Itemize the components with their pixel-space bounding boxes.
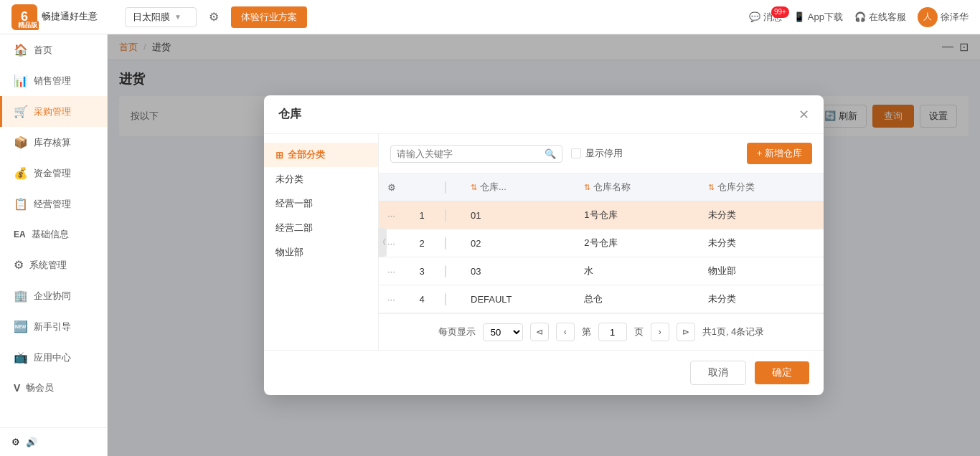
warehouse-modal: 仓库 ✕ 《 ⊞ 全部分类 未分类 — [264, 95, 824, 395]
th-settings: ⚙ — [379, 174, 407, 201]
search-input[interactable] — [397, 148, 545, 159]
confirm-button[interactable]: 确定 — [755, 361, 809, 384]
cell-num: 3 — [407, 257, 436, 285]
apps-icon: 📺 — [14, 351, 28, 364]
sidebar-item-purchase[interactable]: 🛒 采购管理 — [0, 96, 107, 127]
cell-name: 总仓 — [575, 285, 699, 313]
header-right: 💬 消息 99+ 📱 App下载 🎧 在线客服 人 徐泽华 — [749, 7, 969, 27]
sidebar-item-operations[interactable]: 📋 经营管理 — [0, 189, 107, 219]
sidebar-item-system[interactable]: ⚙ 系统管理 — [0, 250, 107, 280]
finance-icon: 💰 — [14, 166, 28, 180]
modal-title: 仓库 — [278, 107, 301, 122]
sidebar-item-apps[interactable]: 📺 应用中心 — [0, 342, 107, 373]
category-dept2[interactable]: 经营二部 — [264, 216, 378, 240]
category-panel: 《 ⊞ 全部分类 未分类 经营一部 经营二部 — [264, 134, 379, 350]
enterprise-icon: 🏢 — [14, 289, 28, 303]
row-checkbox[interactable] — [445, 237, 446, 250]
last-page-button[interactable]: ⊳ — [677, 323, 695, 341]
modal-overlay: 仓库 ✕ 《 ⊞ 全部分类 未分类 — [108, 34, 980, 456]
brand-text: 畅捷通好生意 — [42, 11, 98, 23]
col-settings-icon: ⚙ — [387, 182, 396, 193]
cell-num: 2 — [407, 229, 436, 257]
cell-checkbox — [436, 201, 462, 229]
sidebar-bottom[interactable]: ⚙ 🔊 — [0, 427, 107, 456]
settings-bottom-icon: ⚙ — [11, 437, 20, 447]
row-action-icon[interactable]: ··· — [387, 294, 395, 305]
row-action-icon[interactable]: ··· — [387, 266, 395, 277]
cell-checkbox — [436, 257, 462, 285]
table-row[interactable]: ··· 4 DEFAULT 总仓 未分类 — [379, 285, 824, 313]
cell-num: 4 — [407, 285, 436, 313]
message-icon: 💬 — [749, 11, 760, 22]
page-input[interactable] — [598, 323, 627, 341]
main-layout: 🏠 首页 📊 销售管理 🛒 采购管理 📦 库存核算 💰 资金管理 📋 经营管理 … — [0, 34, 980, 456]
avatar: 人 — [918, 7, 938, 27]
table-row[interactable]: ··· 3 03 水 物业部 — [379, 257, 824, 285]
category-property[interactable]: 物业部 — [264, 240, 378, 265]
cell-category: 未分类 — [699, 285, 824, 313]
row-checkbox[interactable] — [445, 209, 446, 222]
add-warehouse-button[interactable]: + 新增仓库 — [747, 143, 812, 164]
th-name: ⇅仓库名称 — [575, 174, 699, 201]
purchase-icon: 🛒 — [14, 105, 28, 118]
app-logo: 6 精品版 — [11, 4, 37, 30]
next-page-button[interactable]: › — [651, 323, 669, 341]
row-action-icon[interactable]: ··· — [387, 210, 395, 221]
show-disabled-control: 显示停用 — [571, 147, 623, 160]
volume-icon: 🔊 — [26, 437, 37, 447]
sidebar-item-basic[interactable]: EA 基础信息 — [0, 219, 107, 250]
sidebar-item-guide[interactable]: 🆕 新手引导 — [0, 311, 107, 342]
search-icon[interactable]: 🔍 — [545, 148, 556, 159]
per-page-select[interactable]: 50 100 — [483, 323, 523, 341]
app-download-button[interactable]: 📱 App下载 — [793, 11, 843, 24]
first-page-button[interactable]: ⊲ — [530, 323, 549, 341]
warehouse-table-wrapper: ⚙ ⇅仓库... ⇅仓库名称 ⇅仓库分类 ··· 1 01 1号仓库 — [379, 174, 824, 313]
collapse-panel-button[interactable]: 《 — [378, 228, 387, 257]
row-checkbox[interactable] — [445, 265, 446, 277]
cell-code: 01 — [462, 201, 575, 229]
row-checkbox[interactable] — [445, 293, 446, 305]
system-icon: ⚙ — [14, 258, 24, 272]
show-disabled-checkbox[interactable] — [571, 148, 581, 158]
trial-button[interactable]: 体验行业方案 — [231, 6, 307, 28]
messages-button[interactable]: 💬 消息 99+ — [749, 11, 782, 24]
cancel-button[interactable]: 取消 — [690, 361, 746, 385]
inventory-icon: 📦 — [14, 136, 28, 149]
user-menu[interactable]: 人 徐泽华 — [918, 7, 969, 27]
sidebar-item-home[interactable]: 🏠 首页 — [0, 34, 107, 65]
th-num — [407, 174, 436, 201]
table-row[interactable]: ··· 2 02 2号仓库 未分类 — [379, 229, 824, 257]
sidebar-item-member[interactable]: V 畅会员 — [0, 373, 107, 403]
sidebar-item-inventory[interactable]: 📦 库存核算 — [0, 127, 107, 158]
category-uncategorized[interactable]: 未分类 — [264, 167, 378, 191]
row-action-icon[interactable]: ··· — [387, 238, 395, 249]
right-toolbar: 🔍 显示停用 + 新增仓库 — [379, 134, 824, 174]
message-badge: 99+ — [771, 6, 789, 18]
prev-page-button[interactable]: ‹ — [556, 323, 575, 341]
member-icon: V — [14, 382, 20, 394]
sidebar: 🏠 首页 📊 销售管理 🛒 采购管理 📦 库存核算 💰 资金管理 📋 经营管理 … — [0, 34, 108, 456]
sidebar-item-enterprise[interactable]: 🏢 企业协同 — [0, 280, 107, 311]
sidebar-item-finance[interactable]: 💰 资金管理 — [0, 158, 107, 189]
modal-header: 仓库 ✕ — [264, 95, 824, 134]
settings-icon[interactable]: ⚙ — [202, 6, 225, 29]
category-dept1[interactable]: 经营一部 — [264, 191, 378, 216]
search-box: 🔍 — [390, 145, 562, 163]
table-row[interactable]: ··· 1 01 1号仓库 未分类 — [379, 201, 824, 229]
online-service-button[interactable]: 🎧 在线客服 — [854, 11, 906, 24]
guide-icon: 🆕 — [14, 320, 28, 333]
warehouse-table: ⚙ ⇅仓库... ⇅仓库名称 ⇅仓库分类 ··· 1 01 1号仓库 — [379, 174, 824, 313]
select-all-checkbox[interactable] — [445, 181, 446, 194]
modal-close-icon[interactable]: ✕ — [798, 108, 809, 121]
page-unit-label: 页 — [634, 326, 644, 338]
basic-icon: EA — [14, 229, 26, 239]
category-all[interactable]: ⊞ 全部分类 — [264, 143, 378, 167]
total-info: 共1页, 4条记录 — [702, 326, 765, 338]
cell-actions: ··· — [379, 201, 407, 229]
modal-footer: 取消 确定 — [264, 350, 824, 395]
cell-name: 水 — [575, 257, 699, 285]
sidebar-item-sales[interactable]: 📊 销售管理 — [0, 65, 107, 96]
store-selector[interactable]: 日太阳膜 ▼ — [125, 7, 197, 27]
cell-code: DEFAULT — [462, 285, 575, 313]
cell-name: 2号仓库 — [575, 229, 699, 257]
